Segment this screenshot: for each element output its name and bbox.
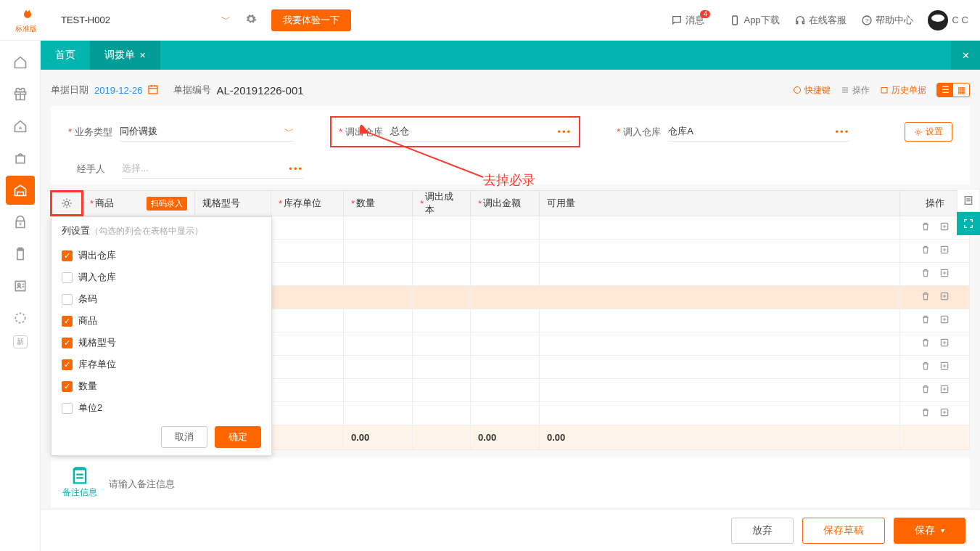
- tool-history[interactable]: 历史单据: [880, 84, 926, 97]
- save-button[interactable]: 保存▾: [894, 518, 965, 544]
- settings-button[interactable]: 设置: [905, 122, 952, 142]
- note-icon: [70, 466, 90, 486]
- rail-gift[interactable]: [6, 80, 35, 109]
- popup-cancel-button[interactable]: 取消: [161, 426, 207, 448]
- gear-icon[interactable]: [245, 13, 257, 27]
- fullscreen-toggle[interactable]: [957, 212, 980, 235]
- column-option[interactable]: ✓商品: [62, 310, 261, 332]
- org-selector[interactable]: TEST-H002 ﹀: [55, 9, 236, 31]
- field-handler[interactable]: 经手人 选择...•••: [77, 159, 303, 179]
- row-add-icon[interactable]: [939, 291, 950, 303]
- chat-icon: [671, 15, 683, 26]
- row-delete-icon[interactable]: [921, 314, 931, 327]
- gear-icon: [61, 197, 73, 209]
- view-mode-toggle[interactable]: ☰ ▦: [936, 83, 970, 97]
- chevron-down-icon: ▾: [941, 526, 944, 534]
- rail-new[interactable]: 新: [13, 335, 28, 348]
- rail-money[interactable]: ¥: [6, 208, 35, 237]
- popup-list[interactable]: ✓调出仓库调入仓库条码✓商品✓规格型号✓库存单位✓数量单位2: [52, 245, 271, 419]
- tool-operate[interactable]: 操作: [841, 84, 870, 97]
- docno-value: AL-20191226-001: [217, 84, 304, 97]
- field-biz-type[interactable]: * 业务类型 同价调拨﹀: [68, 122, 294, 142]
- rail-loading[interactable]: [6, 303, 35, 332]
- rail-home[interactable]: [6, 48, 35, 77]
- row-add-icon[interactable]: [939, 245, 950, 257]
- checkbox-icon: ✓: [62, 316, 73, 327]
- row-delete-icon[interactable]: [921, 338, 931, 350]
- date-value[interactable]: 2019-12-26: [94, 85, 143, 96]
- field-out-warehouse[interactable]: * 调出仓库 总仓•••: [330, 116, 580, 147]
- column-option-label: 条码: [78, 293, 97, 306]
- view-list-icon: ☰: [937, 83, 953, 97]
- column-option[interactable]: 调入仓库: [62, 266, 261, 288]
- svg-point-10: [65, 201, 68, 205]
- help-link[interactable]: ? 帮助中心: [861, 14, 913, 27]
- more-icon[interactable]: •••: [289, 163, 303, 174]
- rail-warehouse[interactable]: [6, 176, 35, 205]
- row-add-icon[interactable]: [939, 338, 950, 350]
- checkbox-icon: ✓: [62, 359, 73, 370]
- popup-ok-button[interactable]: 确定: [215, 426, 261, 448]
- avatar: [928, 10, 948, 30]
- row-delete-icon[interactable]: [921, 384, 931, 396]
- tab-home[interactable]: 首页: [41, 41, 90, 70]
- rail-bag[interactable]: [6, 144, 35, 173]
- svg-text:¥: ¥: [19, 221, 22, 226]
- remark-input[interactable]: [109, 466, 958, 499]
- column-option-label: 调入仓库: [78, 271, 116, 284]
- row-add-icon[interactable]: [939, 384, 950, 396]
- column-option[interactable]: ✓调出仓库: [62, 245, 261, 266]
- calendar-icon[interactable]: [147, 83, 159, 97]
- discard-button[interactable]: 放弃: [731, 518, 794, 544]
- checkbox-icon: ✓: [62, 381, 73, 392]
- row-add-icon[interactable]: [939, 221, 950, 234]
- row-delete-icon[interactable]: [921, 407, 931, 420]
- col-qty: *数量: [344, 191, 413, 216]
- column-settings-trigger[interactable]: [51, 191, 83, 216]
- row-add-icon[interactable]: [939, 268, 950, 280]
- gear-icon: [914, 128, 923, 136]
- row-delete-icon[interactable]: [921, 221, 931, 234]
- scan-badge[interactable]: 扫码录入: [147, 197, 187, 211]
- column-option-label: 数量: [78, 380, 97, 393]
- rail-star-home[interactable]: [6, 112, 35, 141]
- chevron-down-icon: ﹀: [284, 125, 294, 138]
- foot-amt: 0.00: [471, 425, 540, 449]
- close-icon[interactable]: ✕: [139, 51, 146, 60]
- checkbox-icon: [62, 403, 73, 414]
- tab-transfer-order[interactable]: 调拨单✕: [90, 41, 160, 70]
- app-download-link[interactable]: App下载: [729, 14, 779, 27]
- row-add-icon[interactable]: [939, 314, 950, 327]
- column-option[interactable]: ✓规格型号: [62, 332, 261, 354]
- column-option[interactable]: 单位2: [62, 397, 261, 419]
- column-settings-popup: 列设置（勾选的列会在表格中显示） ✓调出仓库调入仓库条码✓商品✓规格型号✓库存单…: [51, 216, 272, 456]
- checkbox-icon: ✓: [62, 250, 73, 261]
- row-delete-icon[interactable]: [921, 268, 931, 280]
- column-option[interactable]: ✓数量: [62, 375, 261, 397]
- tabs-close-all[interactable]: ✕: [951, 41, 980, 70]
- user-menu[interactable]: C C: [928, 10, 968, 30]
- row-delete-icon[interactable]: [921, 291, 931, 303]
- row-add-icon[interactable]: [939, 361, 950, 373]
- rail-clipboard[interactable]: [6, 240, 35, 269]
- col-amount: *调出金额: [471, 191, 540, 216]
- row-delete-icon[interactable]: [921, 361, 931, 373]
- field-in-warehouse[interactable]: * 调入仓库 仓库A•••: [617, 122, 849, 142]
- more-icon[interactable]: •••: [836, 126, 850, 137]
- row-add-icon[interactable]: [939, 407, 950, 420]
- online-service-link[interactable]: 在线客服: [794, 14, 847, 27]
- rail-contact[interactable]: [6, 272, 35, 301]
- more-icon[interactable]: •••: [557, 126, 572, 137]
- save-draft-button[interactable]: 保存草稿: [802, 518, 885, 544]
- col-cost: *调出成本: [413, 191, 471, 216]
- column-option[interactable]: 条码: [62, 288, 261, 310]
- notes-toggle[interactable]: [957, 189, 980, 212]
- trial-button[interactable]: 我要体验一下: [271, 9, 351, 31]
- messages-link[interactable]: 消息 4: [671, 14, 715, 27]
- headset-icon: [794, 15, 806, 26]
- row-delete-icon[interactable]: [921, 245, 931, 257]
- calendar-icon: [880, 86, 889, 94]
- doc-header: 单据日期 2019-12-26 单据编号 AL-20191226-001 快捷键…: [51, 77, 970, 106]
- tool-shortcut[interactable]: 快捷键: [793, 84, 831, 97]
- column-option[interactable]: ✓库存单位: [62, 354, 261, 375]
